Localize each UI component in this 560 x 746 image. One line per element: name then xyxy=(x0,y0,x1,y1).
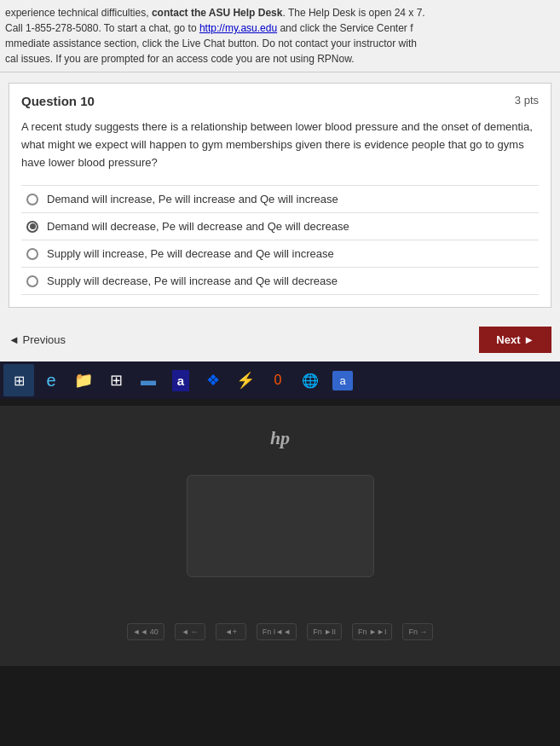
key-next-track[interactable]: Fn ►►I xyxy=(352,623,392,640)
answer-choices: Demand will increase, Pe will increase a… xyxy=(21,185,539,295)
taskbar-start-icon[interactable]: ⊞ xyxy=(3,364,34,396)
laptop-body: hp ◄◄ 40 ◄ ← ◄+ Fn I◄◄ Fn ►II Fn ►►I Fn … xyxy=(0,406,560,666)
info-text-6: cal issues. If you are prompted for an a… xyxy=(5,53,355,65)
window-icon: ▬ xyxy=(141,372,156,390)
folder-icon: 📁 xyxy=(74,371,93,390)
answer-label-a: Demand will increase, Pe will increase a… xyxy=(47,193,338,205)
zero-icon: 0 xyxy=(274,373,282,388)
taskbar-edge-icon[interactable]: e xyxy=(36,364,66,396)
key-forward-label: Fn → xyxy=(408,627,427,636)
info-text-1: experience technical difficulties, xyxy=(5,7,152,19)
next-button[interactable]: Next ► xyxy=(479,327,551,353)
answer-label-c: Supply will increase, Pe will decrease a… xyxy=(47,247,334,260)
key-back[interactable]: ◄ ← xyxy=(175,623,205,640)
a-text-icon: a xyxy=(172,370,189,391)
answer-choice-a[interactable]: Demand will increase, Pe will increase a… xyxy=(21,185,539,212)
taskbar-lightning-icon[interactable]: ⚡ xyxy=(230,364,261,396)
info-text-2: . The Help Desk is open 24 x 7. xyxy=(282,7,424,19)
taskbar-network-icon[interactable]: 🌐 xyxy=(295,364,326,396)
question-text: A recent study suggests there is a relat… xyxy=(21,119,539,171)
dropbox-icon: ❖ xyxy=(206,371,220,390)
radio-b-inner xyxy=(30,223,36,229)
answer-label-d: Supply will decrease, Pe will increase a… xyxy=(47,275,338,287)
radio-c[interactable] xyxy=(26,248,38,260)
key-forward[interactable]: Fn → xyxy=(402,623,433,640)
key-play-label: Fn ►II xyxy=(313,627,336,636)
nav-bar: ◄ Previous Next ► xyxy=(0,318,560,361)
trackpad[interactable] xyxy=(187,475,374,577)
taskbar-zero-icon[interactable]: 0 xyxy=(263,364,293,396)
taskbar-folder-icon[interactable]: 📁 xyxy=(68,364,99,396)
help-desk-link[interactable]: contact the ASU Help Desk xyxy=(152,7,283,19)
windows-icon: ⊞ xyxy=(14,373,25,389)
lightning-icon: ⚡ xyxy=(236,371,255,390)
key-vol-down[interactable]: ◄◄ 40 xyxy=(127,623,165,640)
question-points: 3 pts xyxy=(515,94,539,107)
store-icon: ⊞ xyxy=(110,371,123,390)
previous-button[interactable]: ◄ Previous xyxy=(9,333,66,346)
key-next-track-label: Fn ►►I xyxy=(358,627,386,636)
key-back-label: ◄ ← xyxy=(182,627,199,636)
key-prev-track[interactable]: Fn I◄◄ xyxy=(257,623,297,640)
key-vol-down-label: ◄◄ 40 xyxy=(133,627,159,636)
answer-label-b: Demand will decrease, Pe will decrease a… xyxy=(47,220,349,233)
notification-badge: a xyxy=(332,371,352,390)
taskbar-dropbox-icon[interactable]: ❖ xyxy=(198,364,228,396)
laptop-bezel xyxy=(0,399,560,406)
question-header: Question 10 3 pts xyxy=(21,94,539,108)
key-play[interactable]: Fn ►II xyxy=(307,623,342,640)
taskbar-a-icon[interactable]: a xyxy=(165,364,196,396)
keyboard-area: ◄◄ 40 ◄ ← ◄+ Fn I◄◄ Fn ►II Fn ►►I Fn → xyxy=(0,623,560,640)
radio-d[interactable] xyxy=(26,275,38,287)
edge-icon: e xyxy=(46,371,55,390)
key-prev-track-label: Fn I◄◄ xyxy=(263,627,291,636)
taskbar-notification-icon[interactable]: a xyxy=(327,364,358,396)
radio-a[interactable] xyxy=(26,194,38,205)
info-text-5: mmediate assistance section, click the L… xyxy=(5,38,417,49)
question-title: Question 10 xyxy=(21,94,95,108)
key-vol-up-label: ◄+ xyxy=(225,627,237,636)
answer-choice-c[interactable]: Supply will increase, Pe will decrease a… xyxy=(21,240,539,267)
hp-logo: hp xyxy=(270,427,290,449)
taskbar-store-icon[interactable]: ⊞ xyxy=(101,364,131,396)
answer-choice-b[interactable]: Demand will decrease, Pe will decrease a… xyxy=(21,212,539,240)
network-icon: 🌐 xyxy=(302,373,319,389)
taskbar: ⊞ e 📁 ⊞ ▬ a ❖ ⚡ 0 xyxy=(0,361,560,399)
answer-choice-d[interactable]: Supply will decrease, Pe will increase a… xyxy=(21,267,539,295)
info-text-4: and click the Service Center f xyxy=(277,22,413,34)
question-container: Question 10 3 pts A recent study suggest… xyxy=(9,83,551,308)
info-bar: experience technical difficulties, conta… xyxy=(0,0,560,72)
info-text-3: Call 1-855-278-5080. To start a chat, go… xyxy=(5,22,199,34)
asu-url[interactable]: http://my.asu.edu xyxy=(199,22,277,34)
radio-b[interactable] xyxy=(26,221,38,233)
taskbar-window-icon[interactable]: ▬ xyxy=(133,364,164,396)
key-vol-up[interactable]: ◄+ xyxy=(216,623,246,640)
